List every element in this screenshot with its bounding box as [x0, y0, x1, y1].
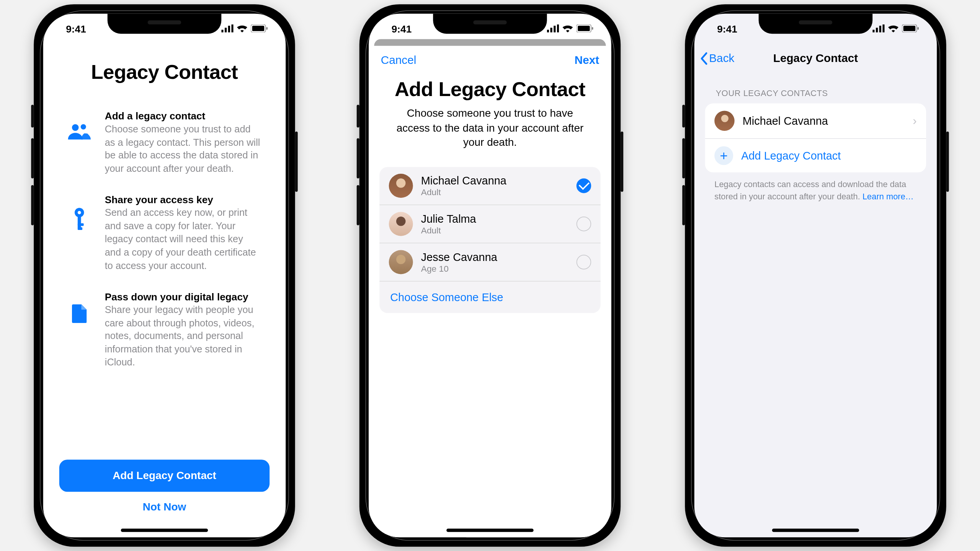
feature-add-contact: Add a legacy contact Choose someone you …: [67, 110, 262, 175]
phone-choose-contact: 9:41 Cancel Next Add Legacy Contact Choo…: [359, 4, 621, 547]
back-button[interactable]: Back: [700, 52, 735, 65]
next-button[interactable]: Next: [575, 54, 599, 67]
home-indicator[interactable]: [121, 529, 208, 532]
status-icons: [547, 24, 594, 33]
contact-row-julie[interactable]: Julie Talma Adult: [379, 205, 601, 243]
contact-row-jesse[interactable]: Jesse Cavanna Age 10: [379, 243, 601, 282]
svg-point-8: [81, 124, 86, 130]
home-indicator[interactable]: [772, 529, 859, 532]
feature-heading: Pass down your digital legacy: [105, 291, 262, 302]
status-time: 9:41: [66, 23, 86, 34]
avatar: [389, 212, 413, 236]
not-now-button[interactable]: Not Now: [59, 501, 270, 514]
feature-heading: Share your access key: [105, 194, 262, 205]
footer-note: Legacy contacts can access and download …: [694, 173, 937, 209]
radio-selected[interactable]: [577, 178, 591, 193]
battery-icon: [577, 24, 594, 33]
radio-unselected[interactable]: [577, 254, 591, 269]
avatar: [389, 250, 413, 274]
document-icon: [72, 304, 87, 323]
page-subtitle: Choose someone you trust to have access …: [369, 101, 611, 149]
svg-rect-2: [228, 26, 230, 33]
wifi-icon: [237, 24, 248, 33]
contact-subtitle: Age 10: [421, 263, 568, 273]
status-icons: [872, 24, 920, 33]
contact-name: Michael Cavanna: [421, 174, 568, 187]
svg-rect-1: [225, 28, 227, 33]
feature-access-key: Share your access key Send an access key…: [67, 194, 262, 272]
add-legacy-contact-row[interactable]: + Add Legacy Contact: [705, 139, 926, 173]
legacy-contacts-list: Michael Cavanna › + Add Legacy Contact: [705, 103, 926, 172]
feature-body: Choose someone you trust to add as a leg…: [105, 123, 262, 175]
cancel-button[interactable]: Cancel: [381, 54, 416, 67]
contact-subtitle: Adult: [421, 187, 568, 197]
svg-rect-3: [232, 24, 234, 33]
back-label: Back: [709, 52, 734, 65]
svg-rect-24: [883, 24, 885, 33]
avatar: [389, 174, 413, 198]
status-time: 9:41: [717, 23, 737, 34]
contact-row-michael[interactable]: Michael Cavanna Adult: [379, 167, 601, 205]
svg-rect-14: [547, 30, 549, 33]
wifi-icon: [888, 24, 899, 33]
feature-body: Share your legacy with people you care a…: [105, 304, 262, 369]
svg-rect-21: [872, 30, 874, 33]
svg-rect-16: [554, 26, 555, 33]
battery-icon: [251, 24, 268, 33]
svg-rect-17: [557, 24, 559, 33]
contact-name: Julie Talma: [421, 212, 568, 225]
radio-unselected[interactable]: [577, 217, 591, 231]
contact-subtitle: Adult: [421, 225, 568, 235]
contact-name: Jesse Cavanna: [421, 251, 568, 263]
add-label: Add Legacy Contact: [741, 149, 917, 162]
phone-settings-list: 9:41 Back Legacy Contact YOUR LEGACY CON…: [685, 4, 946, 547]
contact-name: Michael Cavanna: [743, 114, 905, 127]
nav-bar: Back Legacy Contact: [694, 43, 937, 74]
svg-point-10: [78, 211, 81, 215]
home-indicator[interactable]: [446, 529, 534, 532]
svg-rect-22: [876, 28, 878, 33]
cellular-icon: [547, 24, 559, 33]
nav-title: Legacy Contact: [773, 52, 858, 65]
key-icon: [73, 207, 86, 231]
feature-body: Send an access key now, or print and sav…: [105, 207, 262, 272]
add-legacy-contact-button[interactable]: Add Legacy Contact: [59, 460, 270, 492]
svg-rect-26: [903, 26, 916, 31]
feature-digital-legacy: Pass down your digital legacy Share your…: [67, 291, 262, 369]
svg-rect-5: [252, 26, 265, 31]
people-icon: [68, 124, 91, 140]
choose-someone-else-button[interactable]: Choose Someone Else: [379, 281, 601, 313]
svg-rect-23: [879, 26, 881, 33]
page-title: Legacy Contact: [43, 60, 286, 83]
svg-rect-12: [78, 223, 84, 226]
chevron-left-icon: [700, 52, 708, 65]
status-time: 9:41: [392, 23, 412, 34]
svg-rect-0: [221, 30, 223, 33]
phone-intro: 9:41 Legacy Contact Add a legacy contact…: [34, 4, 295, 547]
svg-point-7: [72, 124, 79, 131]
plus-icon: +: [714, 146, 733, 165]
cellular-icon: [221, 24, 234, 33]
svg-rect-13: [78, 227, 82, 230]
cellular-icon: [872, 24, 885, 33]
page-title: Add Legacy Contact: [369, 78, 611, 101]
contact-list: Michael Cavanna Adult Julie Talma Adult: [379, 167, 601, 313]
chevron-right-icon: ›: [913, 114, 917, 128]
svg-rect-15: [550, 28, 552, 33]
status-icons: [221, 24, 268, 33]
svg-rect-6: [266, 27, 268, 30]
avatar: [714, 111, 735, 131]
learn-more-link[interactable]: Learn more…: [862, 191, 914, 201]
battery-icon: [902, 24, 920, 33]
svg-rect-27: [918, 27, 919, 30]
contact-row[interactable]: Michael Cavanna ›: [705, 103, 926, 139]
svg-rect-19: [578, 26, 590, 31]
section-header: YOUR LEGACY CONTACTS: [694, 74, 937, 103]
svg-rect-20: [592, 27, 593, 30]
svg-rect-11: [78, 217, 81, 229]
feature-heading: Add a legacy contact: [105, 110, 262, 122]
wifi-icon: [562, 24, 573, 33]
